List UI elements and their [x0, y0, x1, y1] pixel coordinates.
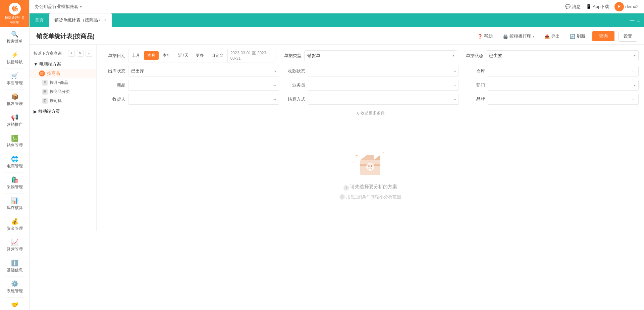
doc-type-field[interactable]: 销货单 ▾	[304, 50, 457, 61]
tree-section-mobile-header[interactable]: ▶ 移动端方案	[30, 107, 96, 116]
date-btn-7days[interactable]: 近7天	[175, 51, 192, 60]
tabbar-right: — □	[630, 17, 644, 23]
salesman-dots-icon[interactable]: ···	[452, 83, 456, 88]
tree-item-category[interactable]: 回 按商品分类	[30, 87, 96, 96]
goods-field[interactable]: ···	[128, 80, 279, 91]
sidebar-item-3[interactable]: 📦 批发管理	[5, 90, 24, 110]
tab-home[interactable]: 首页	[30, 13, 49, 27]
sidebar-icon-6: 🌐	[11, 155, 18, 163]
tree-item-month-goods[interactable]: 月 按月+商品	[30, 78, 96, 87]
date-btn-this-month[interactable]: 本月	[144, 51, 159, 60]
sidebar-item-7[interactable]: 🛍️ 采购管理	[5, 173, 24, 194]
sidebar-icon-4: 📢	[11, 114, 18, 121]
export-icon: 📤	[544, 34, 550, 39]
tree-collapse-btn[interactable]: «	[86, 50, 92, 57]
app-download-btn[interactable]: 📱 App下载	[586, 4, 609, 10]
query-button[interactable]: 查询	[592, 31, 614, 41]
sidebar-item-12[interactable]: ⚙️ 系统管理	[5, 277, 24, 298]
tree-add-btn[interactable]: +	[68, 50, 75, 57]
step2-num: 2	[339, 194, 345, 200]
collapse-label: 收起更多条件	[361, 110, 385, 116]
help-btn[interactable]: ❓ 帮助	[474, 32, 496, 41]
main-area: 办公用品行业模拟账套 ▾ 💬 消息 📱 App下载 E demo2 首页 销货单…	[30, 0, 644, 310]
tree-section-arrow: ▼	[34, 62, 38, 67]
user-avatar-btn[interactable]: E demo2	[614, 2, 639, 11]
sidebar-item-4[interactable]: 📢 营销推广	[5, 110, 24, 131]
sidebar-item-9[interactable]: 💰 资金管理	[5, 214, 24, 235]
refresh-btn[interactable]: 🔄 刷新	[567, 32, 588, 41]
tree-panel: 按以下方案查询 + ✎ « ▼ 电脑端方案 按 按商品	[30, 45, 97, 231]
empty-illustration: ✦ ✦ ✦	[350, 145, 390, 178]
tab-active[interactable]: 销货单统计表（按商品） ×	[49, 13, 112, 27]
department-field[interactable]: ▾	[488, 80, 639, 91]
goods-label: 商品	[102, 82, 125, 88]
sidebar-item-6[interactable]: 🌐 电商管理	[5, 152, 24, 173]
app-download-icon: 📱	[586, 4, 591, 9]
sidebar-label-2: 零售管理	[7, 80, 23, 86]
date-btn-this-year[interactable]: 本年	[159, 51, 174, 60]
doc-status-field[interactable]: 已生效 ▾	[486, 50, 639, 61]
date-group[interactable]: 上月 本月 本年 近7天 更多 自定义 2023-03-01 至 2023-03…	[128, 49, 275, 62]
sidebar-item-2[interactable]: 🛒 零售管理	[5, 69, 24, 90]
svg-point-4	[371, 165, 372, 167]
settlement-label: 结算方式	[282, 96, 305, 102]
sidebar-icon-12: ⚙️	[11, 280, 18, 288]
empty-text-1: 请先选择要分析的方案	[350, 184, 397, 190]
out-status-field[interactable]: 已出库 ▾	[128, 66, 279, 76]
message-btn[interactable]: 💬 消息	[565, 4, 581, 10]
sidebar-icon-2: 🛒	[11, 72, 18, 80]
svg-text:✦: ✦	[355, 154, 358, 157]
sidebar-item-0[interactable]: 🔍 搜索菜单	[5, 27, 24, 48]
tree-section-pc-header[interactable]: ▼ 电脑端方案	[30, 59, 96, 69]
tab-close-icon[interactable]: ×	[104, 18, 107, 22]
tree-edit-btn[interactable]: ✎	[77, 50, 84, 57]
salesman-field[interactable]: ···	[308, 80, 459, 91]
export-btn[interactable]: 📤 导出	[541, 32, 563, 41]
sidebar-icon-11: ℹ️	[11, 259, 18, 267]
settlement-field[interactable]: ▾	[308, 94, 459, 105]
tabbar: 首页 销货单统计表（按商品） × — □	[30, 13, 644, 27]
warehouse-dots-icon[interactable]: ···	[632, 69, 636, 73]
sidebar-item-11[interactable]: ℹ️ 基础信息	[5, 256, 24, 277]
sidebar-item-5[interactable]: 💹 销售管理	[5, 131, 24, 152]
date-btn-last-month[interactable]: 上月	[128, 51, 143, 60]
logo[interactable]: 畅 畅捷通好生意标账版	[0, 0, 29, 27]
tree-item-driver[interactable]: 司 按司机	[30, 96, 96, 105]
tree-header-label: 按以下方案查询	[34, 51, 62, 56]
collapse-row: ∧ 收起更多条件	[102, 108, 639, 118]
setting-button[interactable]: 设置	[619, 31, 637, 42]
sidebar-label-7: 采购管理	[7, 184, 23, 190]
content: 销货单统计表(按商品) ❓ 帮助 🖨️ 按模板打印 ▾ 📤 导出 🔄 刷新	[30, 27, 644, 310]
sidebar-item-1[interactable]: ⚡ 快捷导航	[5, 48, 24, 69]
receiver-dots-icon[interactable]: ···	[273, 97, 276, 102]
tab-minimize-icon[interactable]: —	[630, 17, 635, 23]
receiver-field[interactable]: ···	[128, 94, 279, 105]
print-btn[interactable]: 🖨️ 按模板打印 ▾	[500, 32, 537, 41]
sidebar-icon-0: 🔍	[11, 31, 18, 38]
tree-item-category-label: 按商品分类	[50, 89, 70, 95]
warehouse-field[interactable]: ···	[488, 66, 639, 76]
brand-dots-icon[interactable]: ···	[632, 97, 636, 102]
title-arrow[interactable]: ▾	[80, 4, 82, 9]
sidebar-item-13[interactable]: 🤝 企业协同	[5, 298, 24, 310]
sidebar-label-4: 营销推广	[7, 122, 23, 127]
sidebar-item-10[interactable]: 📈 经营管理	[5, 235, 24, 256]
date-btn-custom[interactable]: 自定义	[208, 51, 227, 60]
tab-maximize-icon[interactable]: □	[637, 17, 640, 23]
filter-row-1: 单据日期 上月 本月 本年 近7天 更多 自定义 2023-03-01 至 20…	[102, 49, 639, 62]
payment-status-field[interactable]: ▾	[308, 66, 459, 76]
doc-status-arrow-icon: ▾	[634, 54, 636, 57]
date-btn-more[interactable]: 更多	[193, 51, 207, 60]
sidebar-icon-8: 📊	[11, 197, 18, 204]
svg-point-2	[366, 163, 374, 171]
brand-field[interactable]: ···	[488, 94, 639, 105]
sidebar-item-8[interactable]: 📊 库存核算	[5, 194, 24, 214]
collapse-btn[interactable]: ∧ 收起更多条件	[356, 110, 385, 116]
goods-dots-icon[interactable]: ···	[273, 83, 276, 88]
tree-item-goods[interactable]: 按 按商品	[30, 69, 96, 78]
print-icon: 🖨️	[503, 34, 508, 39]
sidebar-label-8: 库存核算	[7, 205, 23, 211]
payment-status-label: 收款状态	[282, 68, 305, 74]
export-label: 导出	[551, 33, 560, 39]
date-label: 单据日期	[102, 53, 125, 59]
